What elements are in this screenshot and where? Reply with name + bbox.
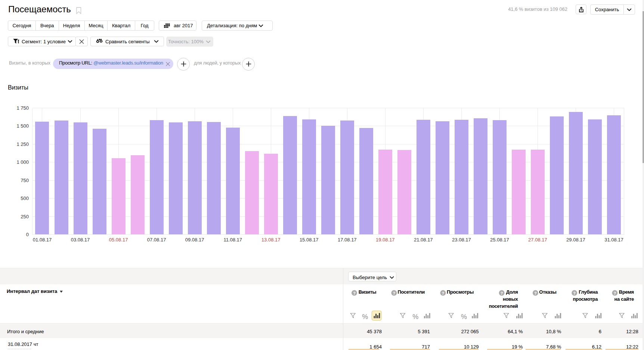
svg-text:?: ? (393, 291, 395, 296)
svg-text:1 250: 1 250 (16, 141, 29, 147)
svg-text:23.08.17: 23.08.17 (452, 237, 471, 243)
svg-text:07.08.17: 07.08.17 (147, 237, 166, 243)
svg-text:0: 0 (26, 232, 29, 237)
svg-text:03.08.17: 03.08.17 (71, 237, 90, 243)
svg-text:09.08.17: 09.08.17 (185, 237, 204, 243)
svg-text:1 750: 1 750 (16, 105, 29, 111)
svg-text:29.08.17: 29.08.17 (566, 237, 585, 243)
svg-text:?: ? (501, 291, 503, 296)
svg-text:750: 750 (21, 178, 29, 183)
svg-text:?: ? (442, 291, 445, 296)
svg-text:11.08.17: 11.08.17 (223, 237, 242, 243)
svg-text:27.08.17: 27.08.17 (528, 237, 547, 243)
svg-text:500: 500 (21, 196, 29, 201)
svg-text:?: ? (534, 291, 537, 296)
svg-text:?: ? (614, 291, 616, 296)
svg-text:1 000: 1 000 (16, 159, 29, 165)
svg-text:?: ? (353, 291, 356, 296)
svg-text:21.08.17: 21.08.17 (414, 237, 433, 243)
svg-text:25.08.17: 25.08.17 (490, 237, 509, 243)
svg-text:%: % (362, 313, 368, 321)
svg-text:05.08.17: 05.08.17 (109, 237, 128, 243)
svg-text:?: ? (573, 291, 576, 296)
svg-text:%: % (412, 313, 418, 321)
svg-text:250: 250 (21, 214, 29, 219)
svg-text:13.08.17: 13.08.17 (261, 237, 281, 243)
svg-text:19.08.17: 19.08.17 (376, 237, 395, 243)
svg-text:%: % (461, 313, 467, 321)
svg-text:31.08.17: 31.08.17 (604, 237, 623, 243)
svg-text:01.08.17: 01.08.17 (33, 237, 52, 243)
svg-text:15.08.17: 15.08.17 (300, 237, 319, 243)
svg-text:1 500: 1 500 (16, 123, 29, 129)
svg-text:17.08.17: 17.08.17 (338, 237, 357, 243)
